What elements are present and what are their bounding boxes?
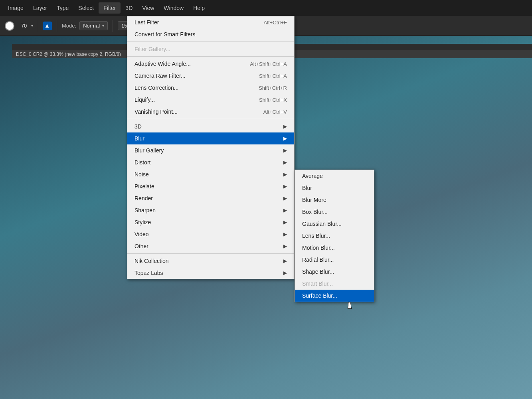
menubar-item-3d[interactable]: 3D: [121, 2, 137, 14]
blur-surface[interactable]: Surface Blur...: [295, 290, 374, 302]
filter-lens-correction[interactable]: Lens Correction... Shift+Ctrl+R: [127, 82, 294, 94]
brush-dropdown-arrow: ▾: [31, 24, 33, 28]
filter-noise[interactable]: Noise ▶: [127, 168, 294, 180]
blur-blur[interactable]: Blur: [295, 182, 374, 194]
filter-dropdown: Last Filter Alt+Ctrl+F Convert for Smart…: [127, 16, 295, 279]
menubar-item-image[interactable]: Image: [3, 2, 28, 14]
filter-video[interactable]: Video ▶: [127, 228, 294, 240]
menubar-item-layer[interactable]: Layer: [28, 2, 52, 14]
shortcut-adaptive: Alt+Shift+Ctrl+A: [250, 61, 287, 67]
separator-3: [113, 20, 113, 32]
menubar-item-help[interactable]: Help: [188, 2, 210, 14]
filter-gallery: Filter Gallery...: [127, 43, 294, 55]
blur-motion[interactable]: Motion Blur...: [295, 242, 374, 254]
shortcut-liquify: Shift+Ctrl+X: [259, 97, 287, 103]
arrow-video: ▶: [283, 231, 287, 237]
filter-last-filter[interactable]: Last Filter Alt+Ctrl+F: [127, 16, 294, 28]
arrow-blur-gallery: ▶: [283, 148, 287, 153]
menubar-item-select[interactable]: Select: [73, 2, 99, 14]
mode-value: Normal: [83, 23, 100, 29]
brush-size-value: 70: [18, 23, 30, 29]
menubar-item-filter[interactable]: Filter: [99, 2, 121, 14]
arrow-render: ▶: [283, 196, 287, 201]
shortcut-last-filter: Alt+Ctrl+F: [263, 20, 287, 26]
arrow-pixelate: ▶: [283, 184, 287, 189]
arrow-sharpen: ▶: [283, 207, 287, 213]
menu-sep-3: [127, 119, 294, 119]
brush-size-dropdown[interactable]: 70 ▾: [18, 23, 33, 29]
filter-3d[interactable]: 3D ▶: [127, 120, 294, 132]
arrow-noise: ▶: [283, 172, 287, 177]
blur-radial[interactable]: Radial Blur...: [295, 254, 374, 266]
menu-sep-2: [127, 56, 294, 57]
filter-nik-collection[interactable]: Nik Collection ▶: [127, 255, 294, 267]
separator-1: [38, 20, 38, 32]
arrow-3d: ▶: [283, 124, 287, 129]
menu-sep-4: [127, 253, 294, 254]
filter-pixelate[interactable]: Pixelate ▶: [127, 180, 294, 192]
blur-lens[interactable]: Lens Blur...: [295, 230, 374, 242]
filter-vanishing-point[interactable]: Vanishing Point... Alt+Ctrl+V: [127, 106, 294, 118]
menubar-item-window[interactable]: Window: [159, 2, 188, 14]
filter-stylize[interactable]: Stylize ▶: [127, 216, 294, 228]
blur-average[interactable]: Average: [295, 170, 374, 182]
separator-2: [57, 20, 57, 32]
blur-smart: Smart Blur...: [295, 278, 374, 290]
mode-dropdown-arrow: ▾: [102, 24, 104, 28]
arrow-blur: ▶: [283, 136, 287, 141]
shortcut-lens: Shift+Ctrl+R: [259, 85, 287, 91]
filter-other[interactable]: Other ▶: [127, 240, 294, 252]
mode-select[interactable]: Normal ▾: [79, 21, 108, 30]
menubar-item-type[interactable]: Type: [52, 2, 73, 14]
shortcut-vanishing: Alt+Ctrl+V: [263, 109, 287, 115]
filter-camera-raw[interactable]: Camera Raw Filter... Shift+Ctrl+A: [127, 70, 294, 82]
shortcut-camera-raw: Shift+Ctrl+A: [259, 73, 287, 79]
filter-distort[interactable]: Distort ▶: [127, 156, 294, 168]
filter-adaptive-wide[interactable]: Adaptive Wide Angle... Alt+Shift+Ctrl+A: [127, 58, 294, 70]
blur-box-blur[interactable]: Box Blur...: [295, 206, 374, 218]
svg-rect-0: [46, 27, 49, 28]
filter-topaz-labs[interactable]: Topaz Labs ▶: [127, 267, 294, 279]
arrow-stylize: ▶: [283, 219, 287, 225]
paint-bucket-icon[interactable]: [43, 22, 52, 30]
brush-preview: [4, 20, 15, 32]
menubar: Image Layer Type Select Filter 3D View W…: [0, 0, 532, 16]
menubar-item-view[interactable]: View: [137, 2, 159, 14]
filter-liquify[interactable]: Liquify... Shift+Ctrl+X: [127, 94, 294, 106]
arrow-distort: ▶: [283, 160, 287, 165]
arrow-nik: ▶: [283, 258, 287, 264]
blur-submenu: Average Blur Blur More Box Blur... Gauss…: [295, 170, 374, 302]
arrow-topaz: ▶: [283, 270, 287, 276]
arrow-other: ▶: [283, 243, 287, 249]
document-title: DSC_0.CR2 @ 33.3% (new base copy 2, RGB/…: [16, 51, 121, 57]
mode-label: Mode:: [62, 23, 76, 29]
menu-sep-1: [127, 41, 294, 42]
filter-blur[interactable]: Blur ▶: [127, 132, 294, 144]
blur-gaussian[interactable]: Gaussian Blur...: [295, 218, 374, 230]
filter-convert-smart[interactable]: Convert for Smart Filters: [127, 28, 294, 40]
blur-shape[interactable]: Shape Blur...: [295, 266, 374, 278]
filter-blur-gallery[interactable]: Blur Gallery ▶: [127, 144, 294, 156]
filter-sharpen[interactable]: Sharpen ▶: [127, 204, 294, 216]
filter-render[interactable]: Render ▶: [127, 192, 294, 204]
blur-blur-more[interactable]: Blur More: [295, 194, 374, 206]
